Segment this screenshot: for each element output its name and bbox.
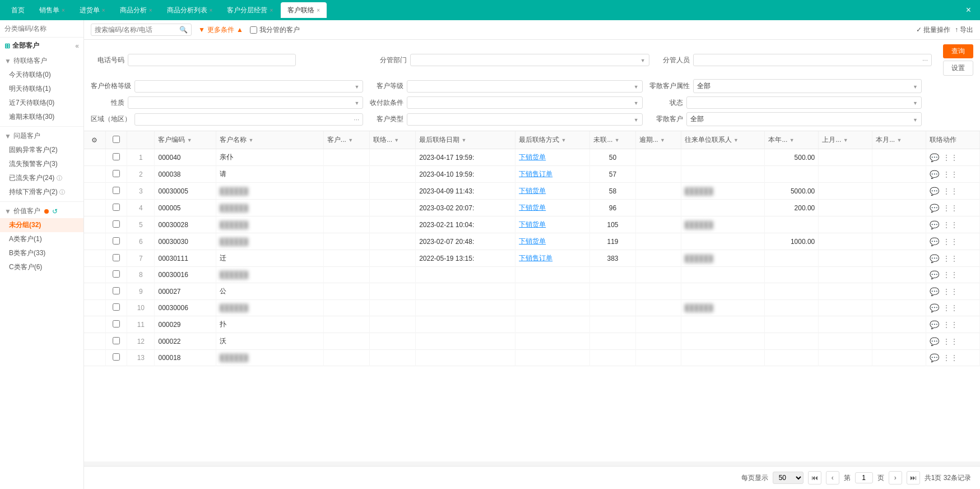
row-settings[interactable] [84, 300, 105, 316]
row-settings[interactable] [84, 283, 105, 300]
th-last-date[interactable]: 最后联络日期 [416, 131, 515, 149]
th-code[interactable]: 客户编码 [155, 131, 216, 149]
customer-tier-select[interactable] [407, 80, 642, 93]
close-tab-customer-contact[interactable]: × [317, 7, 320, 13]
search-icon[interactable]: 🔍 [179, 26, 188, 34]
sidebar-item-today[interactable]: 今天待联络(0) [0, 68, 83, 82]
row-check[interactable] [105, 267, 127, 283]
more-action-icon[interactable]: ⋮⋮ [942, 187, 958, 196]
close-tab-sales[interactable]: × [62, 7, 65, 13]
close-tab-purchase[interactable]: × [102, 7, 105, 13]
search-input[interactable] [95, 26, 177, 34]
th-overdue[interactable]: 逾期... [635, 131, 681, 149]
th-this-month[interactable]: 本月... [872, 131, 926, 149]
chat-icon[interactable]: 💬 [930, 187, 939, 196]
chat-icon[interactable]: 💬 [930, 153, 939, 162]
query-button[interactable]: 查询 [943, 44, 973, 58]
my-customers-checkbox[interactable] [250, 26, 257, 34]
more-action-icon[interactable]: ⋮⋮ [942, 337, 958, 346]
th-last-method[interactable]: 最后联络方式 [515, 131, 590, 149]
status-select[interactable] [686, 96, 922, 109]
row-settings[interactable] [84, 166, 105, 183]
row-settings[interactable] [84, 316, 105, 333]
customer-type-select[interactable] [407, 113, 642, 126]
row-check[interactable] [105, 166, 127, 183]
sparse-attr-select[interactable]: 全部 [693, 79, 922, 93]
row-last-method[interactable]: 下销售订单 [515, 166, 590, 183]
row-check[interactable] [105, 333, 127, 350]
chat-icon[interactable]: 💬 [930, 287, 939, 296]
more-action-icon[interactable]: ⋮⋮ [942, 220, 958, 229]
close-tab-customer-tier[interactable]: × [270, 7, 273, 13]
row-check[interactable] [105, 233, 127, 250]
row-last-method[interactable]: 下销货单 [515, 216, 590, 233]
row-check[interactable] [105, 250, 127, 267]
row-settings[interactable] [84, 149, 105, 166]
page-size-select[interactable]: 50 20 100 [773, 472, 803, 484]
more-conditions-btn[interactable]: ▼ 更多条件 ▲ [198, 25, 243, 35]
sidebar-item-lost[interactable]: 已流失客户(24) ⓘ [0, 171, 83, 185]
manager-select[interactable]: ··· [693, 54, 932, 66]
my-customers-check[interactable]: 我分管的客户 [250, 25, 300, 35]
chat-icon[interactable]: 💬 [930, 237, 939, 246]
payment-select[interactable] [407, 96, 642, 109]
row-settings[interactable] [84, 216, 105, 233]
more-action-icon[interactable]: ⋮⋮ [942, 270, 958, 279]
nav-home[interactable]: 首页 [4, 2, 31, 18]
row-check[interactable] [105, 216, 127, 233]
price-tier-select[interactable] [134, 80, 363, 93]
more-action-icon[interactable]: ⋮⋮ [942, 353, 958, 362]
more-action-icon[interactable]: ⋮⋮ [942, 303, 958, 312]
sidebar-item-warning[interactable]: 流失预警客户(3) [0, 157, 83, 171]
th-name[interactable]: 客户名称 [216, 131, 324, 149]
chat-icon[interactable]: 💬 [930, 320, 939, 329]
sidebar-item-abnormal[interactable]: 固购异常客户(2) [0, 143, 83, 157]
close-tab-analysis-list[interactable]: × [210, 7, 213, 13]
row-settings[interactable] [84, 183, 105, 200]
sidebar-item-overdue[interactable]: 逾期未联络(30) [0, 110, 83, 124]
th-type[interactable]: 客户... [323, 131, 369, 149]
sidebar-item-class-c[interactable]: C类客户(6) [0, 260, 83, 274]
batch-op-btn[interactable]: ✓ 批量操作 [916, 25, 950, 35]
row-check[interactable] [105, 283, 127, 300]
row-last-method[interactable]: 下销货单 [515, 233, 590, 250]
nav-tab-analysis-list[interactable]: 商品分析列表 × [160, 2, 220, 18]
dept-select[interactable] [410, 54, 649, 66]
nav-tab-customer-tier[interactable]: 客户分层经营 × [220, 2, 280, 18]
more-action-icon[interactable]: ⋮⋮ [942, 204, 958, 213]
row-settings[interactable] [84, 250, 105, 267]
sidebar-search-input[interactable] [4, 25, 84, 33]
chat-icon[interactable]: 💬 [930, 220, 939, 229]
export-btn[interactable]: ↑ 导出 [955, 25, 973, 35]
first-page-btn[interactable]: ⏮ [808, 471, 821, 485]
row-settings[interactable] [84, 233, 105, 250]
region-select[interactable]: ··· [134, 113, 363, 126]
sidebar-item-tomorrow[interactable]: 明天待联络(1) [0, 82, 83, 96]
row-settings[interactable] [84, 200, 105, 216]
sidebar-item-class-a[interactable]: A类客户(1) [0, 232, 83, 246]
more-action-icon[interactable]: ⋮⋮ [942, 254, 958, 263]
chat-icon[interactable]: 💬 [930, 170, 939, 179]
th-last-month[interactable]: 上月... [819, 131, 872, 149]
chat-icon[interactable]: 💬 [930, 270, 939, 279]
row-check[interactable] [105, 300, 127, 316]
th-settings[interactable]: ⚙ [84, 131, 105, 149]
row-check[interactable] [105, 149, 127, 166]
close-tab-analysis[interactable]: × [149, 7, 152, 13]
row-check[interactable] [105, 183, 127, 200]
phone-input[interactable] [128, 54, 296, 66]
chat-icon[interactable]: 💬 [930, 337, 939, 346]
more-action-icon[interactable]: ⋮⋮ [942, 320, 958, 329]
nav-tab-sales[interactable]: 销售单 × [32, 2, 72, 18]
sidebar-item-ungrouped[interactable]: 未分组(32) [0, 218, 83, 232]
prev-page-btn[interactable]: ‹ [826, 471, 839, 485]
nav-tab-analysis[interactable]: 商品分析 × [113, 2, 159, 18]
row-check[interactable] [105, 316, 127, 333]
row-last-method[interactable]: 下销售订单 [515, 250, 590, 267]
row-check[interactable] [105, 350, 127, 366]
sidebar-item-class-b[interactable]: B类客户(33) [0, 246, 83, 260]
next-page-btn[interactable]: › [889, 471, 902, 485]
nav-tab-purchase[interactable]: 进货单 × [73, 2, 112, 18]
chat-icon[interactable]: 💬 [930, 204, 939, 213]
row-last-method[interactable]: 下销货单 [515, 183, 590, 200]
